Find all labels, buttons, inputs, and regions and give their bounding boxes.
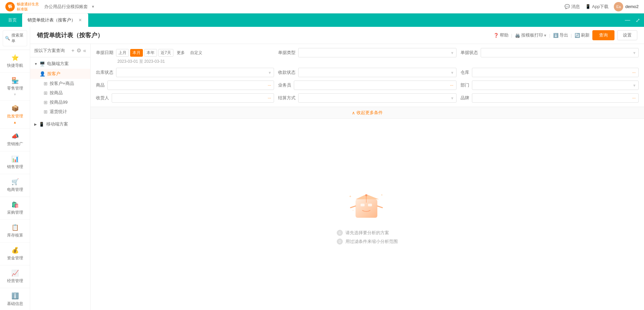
scheme-add-button[interactable]: + xyxy=(71,48,74,54)
print-button[interactable]: 🖨️ 按模板打印 ▾ xyxy=(515,32,546,38)
goods-dots: ··· xyxy=(268,83,271,88)
wholesale-label: 批发管理 xyxy=(7,113,23,119)
warehouse-input[interactable]: ··· xyxy=(472,68,639,77)
message-icon: 💬 xyxy=(565,4,570,9)
mobile-group-header[interactable]: ▶ 📱 移动端方案 xyxy=(30,119,90,129)
collapse-label: 收起更多条件 xyxy=(357,110,383,116)
out-status-select[interactable]: ▾ xyxy=(116,68,274,77)
print-dropdown-icon: ▾ xyxy=(544,33,546,38)
receipt-status-select[interactable]: ▾ xyxy=(298,68,456,77)
search-menu-button[interactable]: 🔍 搜索菜单 xyxy=(3,30,27,46)
sidebar-item-inventory[interactable]: 📋 库存核算 xyxy=(0,220,30,243)
scheme-sub-item-goods99[interactable]: ⊞ 按商品99 xyxy=(30,98,90,107)
desktop-group-icon: 🖥️ xyxy=(40,61,45,66)
warehouse-cell: 仓库 ··· xyxy=(461,68,639,77)
scheme-sub-item-goods[interactable]: ⊞ 按商品 xyxy=(30,88,90,98)
sidebar-search-section: 🔍 搜索菜单 xyxy=(0,27,30,50)
export-button[interactable]: ⬇️ 导出 xyxy=(553,32,568,38)
sidebar-item-operations[interactable]: 📈 经营管理 xyxy=(0,265,30,288)
receiver-input[interactable]: ··· xyxy=(112,93,274,103)
doc-type-filter-cell: 单据类型 ▾ xyxy=(278,48,456,57)
sidebar-item-ecommerce[interactable]: 🛒 电商管理 xyxy=(0,174,30,197)
salesperson-input[interactable]: ··· xyxy=(294,81,456,90)
scheme-sub-item-customer-goods[interactable]: ⊞ 按客户+商品 xyxy=(30,79,90,88)
top-bar: 畅 畅捷通好生意 标准版 办公用品行业模拟账套 ▾ 💬 消息 📱 App下载 E… xyxy=(0,0,644,13)
operations-label: 经营管理 xyxy=(7,278,23,284)
empty-tips: ① 请先选择要分析的方案 ② 用过滤条件来缩小分析范围 xyxy=(337,230,398,245)
app-download-button[interactable]: 📱 App下载 xyxy=(585,4,608,10)
date-range-text: 2023-03-01 至 2023-03-31 xyxy=(117,59,165,64)
help-icon: ❓ xyxy=(493,33,499,38)
scheme-collapse-button[interactable]: « xyxy=(83,48,86,54)
retail-icon: 🏪 xyxy=(11,77,19,84)
query-button[interactable]: 查询 xyxy=(592,30,614,40)
sidebar-item-finance[interactable]: 💰 资金管理 xyxy=(0,243,30,265)
sidebar-item-wholesale[interactable]: 📦 批发管理 ▲ xyxy=(0,101,30,128)
tab-bar: 首页 销货单统计表（按客户） ✕ — ⤢ xyxy=(0,13,644,27)
tab-sales-stats[interactable]: 销货单统计表（按客户） ✕ xyxy=(22,13,88,27)
app-title-dropdown[interactable]: ▾ xyxy=(92,4,94,9)
settings-button[interactable]: 设置 xyxy=(617,30,637,40)
ecommerce-icon: 🛒 xyxy=(11,178,19,186)
right-content: 单据日期 上月 本月 本年 近7天 更多 自定义 xyxy=(91,44,644,310)
department-select[interactable]: ▾ xyxy=(472,81,639,90)
body-section: 按以下方案查询 + ⚙ « ▼ 🖥️ 电脑端方案 xyxy=(30,44,644,310)
desktop-group-label: 电脑端方案 xyxy=(47,61,69,67)
payment-method-select[interactable]: ▾ xyxy=(298,93,456,103)
svg-text:✦: ✦ xyxy=(381,194,383,197)
desktop-group-header[interactable]: ▼ 🖥️ 电脑端方案 xyxy=(30,59,90,69)
sidebar-item-marketing[interactable]: 📣 营销推广 xyxy=(0,128,30,151)
sidebar-item-quick-nav[interactable]: ⭐ 快捷导航 xyxy=(0,50,30,73)
active-tab-label: 销货单统计表（按客户） xyxy=(28,17,75,23)
sidebar-item-basic-info[interactable]: ℹ️ 基础信息 xyxy=(0,288,30,310)
out-status-cell: 出库状态 ▾ xyxy=(96,68,274,77)
sidebar-item-retail[interactable]: 🏪 零售管理 ▼ xyxy=(0,73,30,101)
more-date-btn[interactable]: 更多 xyxy=(175,49,187,56)
last-month-btn[interactable]: 上月 xyxy=(116,49,129,57)
user-avatar: Ea xyxy=(614,2,623,11)
date-range-row: 2023-03-01 至 2023-03-31 xyxy=(96,59,639,64)
desktop-scheme-group: ▼ 🖥️ 电脑端方案 👤 按客户 ⊞ 按客户+商品 ⊞ xyxy=(30,57,90,118)
doc-type-select[interactable]: ▾ xyxy=(298,48,456,57)
app-title: 办公用品行业模拟账套 xyxy=(44,4,88,10)
sub-icon-1: ⊞ xyxy=(44,81,48,86)
warehouse-label: 仓库 xyxy=(461,69,469,75)
tip-num-2: ② xyxy=(337,239,343,245)
tab-maximize-icon[interactable]: ⤢ xyxy=(634,16,641,25)
operations-icon: 📈 xyxy=(11,269,19,277)
refresh-button[interactable]: 🔄 刷新 xyxy=(575,32,590,38)
tab-minimize-icon[interactable]: — xyxy=(624,16,632,24)
custom-date-btn[interactable]: 自定义 xyxy=(188,49,204,56)
sub-icon-4: ⊞ xyxy=(44,109,48,114)
help-button[interactable]: ❓ 帮助 xyxy=(493,32,508,38)
download-icon: 📱 xyxy=(585,4,591,9)
sidebar-item-sales[interactable]: 📊 销售管理 xyxy=(0,151,30,174)
tab-home[interactable]: 首页 xyxy=(3,13,22,27)
goods-input[interactable]: ··· xyxy=(107,81,274,90)
inventory-icon: 📋 xyxy=(11,224,19,231)
tab-close-icon[interactable]: ✕ xyxy=(77,17,83,23)
current-month-btn[interactable]: 本月 xyxy=(130,49,143,57)
retail-label: 零售管理 xyxy=(7,86,23,91)
collapse-bar[interactable]: ∧ 收起更多条件 xyxy=(91,107,644,119)
sidebar-item-purchase[interactable]: 🛍️ 采购管理 xyxy=(0,197,30,220)
scheme-item-by-customer[interactable]: 👤 按客户 xyxy=(30,69,90,79)
filter-section: 单据日期 上月 本月 本年 近7天 更多 自定义 xyxy=(91,44,644,107)
filter-row-1: 单据日期 上月 本月 本年 近7天 更多 自定义 xyxy=(96,48,639,57)
user-area[interactable]: Ea demo2 xyxy=(614,2,639,11)
scheme-settings-button[interactable]: ⚙ xyxy=(76,47,81,54)
message-label: 消息 xyxy=(571,4,580,10)
inventory-label: 库存核算 xyxy=(7,232,23,238)
scheme-sub-item-return[interactable]: ⊞ 退货统计 xyxy=(30,107,90,116)
scheme-actions: + ⚙ « xyxy=(71,47,86,54)
current-year-btn[interactable]: 本年 xyxy=(144,49,157,57)
message-button[interactable]: 💬 消息 xyxy=(565,4,580,10)
doc-status-select[interactable]: ▾ xyxy=(481,48,639,57)
purchase-label: 采购管理 xyxy=(7,210,23,215)
brand-input[interactable]: ··· xyxy=(472,93,639,103)
svg-rect-1 xyxy=(361,204,365,206)
receipt-status-cell: 收款状态 ▾ xyxy=(278,68,456,77)
logo-icon: 畅 xyxy=(5,2,15,11)
filter-row-4: 收货人 ··· 结算方式 ▾ xyxy=(96,93,639,103)
last7-btn[interactable]: 近7天 xyxy=(158,49,173,57)
